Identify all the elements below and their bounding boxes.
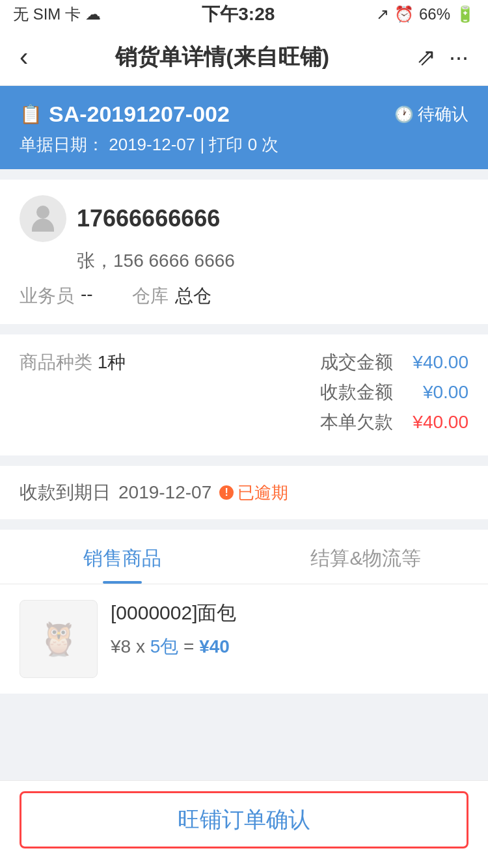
- warehouse-value: 总仓: [175, 284, 211, 308]
- total-price: ¥40: [199, 636, 230, 657]
- status-badge: 🕐 待确认: [394, 103, 468, 126]
- product-price: ¥8 x 5包 = ¥40: [111, 634, 468, 659]
- transaction-label: 成交金额: [320, 350, 393, 375]
- amount-summary: 成交金额 ¥40.00 收款金额 ¥0.00 本单欠款 ¥40.00: [320, 350, 468, 440]
- warehouse-field: 仓库 总仓: [132, 284, 211, 308]
- product-image-placeholder: 🦉: [38, 620, 79, 658]
- status-text: 待确认: [418, 103, 468, 126]
- salesperson-value: --: [81, 284, 93, 308]
- quantity: 5包: [150, 636, 179, 657]
- tabs-header: 销售商品 结算&物流等: [0, 530, 488, 584]
- bottom-bar: 旺铺订单确认: [0, 780, 488, 868]
- customer-meta: 业务员 -- 仓库 总仓: [20, 284, 468, 308]
- customer-phone: 17666666666: [77, 205, 220, 232]
- status-right: ↗ ⏰ 66% 🔋: [376, 5, 475, 23]
- status-left: 无 SIM 卡 ☁: [13, 4, 101, 25]
- due-date-label: 收款到期日: [20, 480, 111, 505]
- due-date-value: 2019-12-07: [118, 482, 211, 503]
- salesperson-field: 业务员 --: [20, 284, 93, 308]
- product-thumbnail: 🦉: [20, 600, 98, 678]
- back-button[interactable]: ‹: [20, 42, 28, 72]
- owed-label: 本单欠款: [320, 410, 393, 435]
- clock-icon: 🕐: [394, 105, 414, 124]
- order-id-text: SA-20191207-002: [49, 102, 230, 127]
- due-date-section: 收款到期日 2019-12-07 ! 已逾期: [0, 466, 488, 519]
- tab-products[interactable]: 销售商品: [0, 530, 244, 584]
- product-type-value: 1种: [98, 352, 126, 372]
- product-details: [0000002]面包 ¥8 x 5包 = ¥40: [111, 600, 468, 659]
- share-icon[interactable]: ⇗: [416, 44, 436, 71]
- order-id: 📋 SA-20191207-002: [20, 102, 230, 127]
- avatar: [20, 195, 66, 242]
- received-label: 收款金额: [320, 380, 393, 405]
- battery-icon: 🔋: [455, 5, 475, 23]
- received-value: ¥0.00: [403, 382, 468, 403]
- location-icon: ↗: [376, 5, 389, 23]
- overdue-badge: ! 已逾期: [219, 481, 288, 504]
- product-type-field: 商品种类 1种: [20, 350, 126, 375]
- received-amount-row: 收款金额 ¥0.00: [320, 380, 468, 405]
- owed-value: ¥40.00: [403, 412, 468, 433]
- customer-section: 17666666666 张，156 6666 6666 业务员 -- 仓库 总仓: [0, 180, 488, 324]
- signal-text: 无 SIM 卡 ☁: [13, 4, 101, 25]
- header-card: 📋 SA-20191207-002 🕐 待确认 单据日期： 2019-12-07…: [0, 86, 488, 169]
- customer-name: 张，156 6666 6666: [20, 249, 468, 273]
- nav-bar: ‹ 销货单详情(来自旺铺) ⇗ ···: [0, 29, 488, 86]
- alarm-icon: ⏰: [394, 5, 414, 23]
- more-icon[interactable]: ···: [449, 44, 468, 71]
- unit-price: ¥8: [111, 636, 131, 657]
- tab-settlement[interactable]: 结算&物流等: [244, 530, 488, 584]
- tabs-section: 销售商品 结算&物流等 🦉 [0000002]面包 ¥8 x 5包 = ¥40: [0, 530, 488, 694]
- product-name: [0000002]面包: [111, 600, 468, 627]
- product-item: 🦉 [0000002]面包 ¥8 x 5包 = ¥40: [0, 584, 488, 694]
- summary-section: 商品种类 1种 成交金额 ¥40.00 收款金额 ¥0.00 本单欠款 ¥40.…: [0, 334, 488, 455]
- transaction-amount-row: 成交金额 ¥40.00: [320, 350, 468, 375]
- confirm-order-button[interactable]: 旺铺订单确认: [20, 791, 468, 848]
- salesperson-label: 业务员: [20, 284, 74, 308]
- overdue-text: 已逾期: [237, 481, 288, 504]
- product-type-label: 商品种类: [20, 352, 92, 372]
- person-icon: [29, 204, 57, 233]
- overdue-icon: !: [219, 485, 234, 500]
- transaction-value: ¥40.00: [403, 352, 468, 373]
- nav-actions: ⇗ ···: [416, 44, 468, 71]
- status-time: 下午3:28: [202, 2, 275, 27]
- warehouse-label: 仓库: [132, 284, 169, 308]
- owed-amount-row: 本单欠款 ¥40.00: [320, 410, 468, 435]
- order-id-icon: 📋: [20, 103, 42, 125]
- battery-text: 66%: [419, 5, 450, 23]
- order-date: 单据日期： 2019-12-07 | 打印 0 次: [20, 133, 468, 156]
- status-bar: 无 SIM 卡 ☁ 下午3:28 ↗ ⏰ 66% 🔋: [0, 0, 488, 29]
- page-title: 销货单详情(来自旺铺): [115, 42, 329, 72]
